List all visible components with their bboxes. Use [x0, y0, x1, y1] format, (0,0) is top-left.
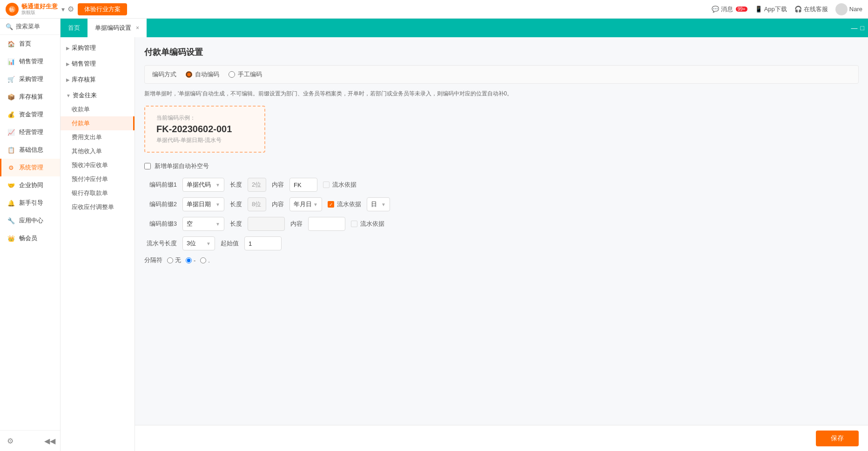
- sidebar-item-newguide[interactable]: 🔔 新手引导: [0, 194, 60, 212]
- manual-encode-label[interactable]: 手工编码: [229, 70, 262, 79]
- preview-label: 当前编码示例：: [156, 114, 253, 122]
- tab-close-icon[interactable]: ×: [136, 25, 139, 31]
- sidebar-item-enterprise[interactable]: 🤝 企业协同: [0, 176, 60, 194]
- arrow-sales: ▶: [66, 61, 70, 67]
- collapse-btn[interactable]: ◀◀: [43, 434, 56, 447]
- start-value-label: 起始值: [221, 239, 239, 248]
- sep-none-radio[interactable]: [167, 257, 173, 263]
- sidebar-item-purchase[interactable]: 🛒 采购管理: [0, 70, 60, 88]
- member-icon: 👑: [7, 234, 15, 242]
- sidebar-item-inventory[interactable]: 📦 库存核算: [0, 88, 60, 106]
- sidebar-item-home[interactable]: 🏠 首页: [0, 35, 60, 53]
- encoding-label: 编码方式: [152, 70, 176, 79]
- online-service-item[interactable]: 🎧 在线客服: [794, 5, 828, 13]
- prefix3-content-label: 内容: [290, 220, 303, 228]
- top-bar-left: 畅 畅通道好生意 旗舰版 ▾ ⚙ 体验行业方案: [6, 3, 127, 16]
- sec-header-sales[interactable]: ▶ 销售管理: [61, 57, 135, 71]
- prefix2-content-select[interactable]: 年月日 ▼: [289, 197, 322, 211]
- promote-button[interactable]: 体验行业方案: [78, 3, 127, 15]
- encoding-method: 编码方式 自动编码 手工编码: [144, 65, 859, 84]
- sec-item-payment[interactable]: 付款单: [61, 116, 135, 130]
- auto-encode-label[interactable]: 自动编码: [186, 70, 219, 79]
- tab-bar-controls: — □: [848, 19, 868, 37]
- sec-item-bank-deposit[interactable]: 银行存取款单: [61, 186, 135, 200]
- prefix2-content-arrow: ▼: [313, 202, 318, 207]
- prefix2-serial-check: 流水依据: [328, 200, 361, 209]
- separator-row: 分隔符 无 - .: [144, 256, 859, 264]
- sec-item-other-income[interactable]: 其他收入单: [61, 144, 135, 158]
- sec-header-purchase[interactable]: ▶ 采购管理: [61, 41, 135, 55]
- logo-text: 畅通道好生意 旗舰版: [21, 3, 58, 16]
- prefix3-length: [248, 217, 285, 231]
- app-download-item[interactable]: 📱 App下载: [755, 5, 787, 13]
- prefix1-select[interactable]: 单据代码 ▼: [182, 178, 224, 192]
- prefix2-unit-arrow: ▼: [381, 202, 386, 207]
- sec-item-advance-receivable[interactable]: 预收冲应收单: [61, 158, 135, 172]
- prefix3-row: 编码前缀3 空 ▼ 长度 内容: [144, 217, 859, 231]
- sec-header-fund[interactable]: ▼ 资金往来: [61, 88, 135, 102]
- sec-item-receipt[interactable]: 收款单: [61, 102, 135, 116]
- prefix2-select[interactable]: 单据日期 ▼: [182, 197, 224, 211]
- prefix3-select[interactable]: 空 ▼: [182, 217, 224, 231]
- serial-length-arrow: ▼: [206, 241, 211, 246]
- sec-group-fund: ▼ 资金往来 收款单 付款单 费用支出单 其他收入单 预收冲应收单 预付冲应付单…: [61, 88, 135, 214]
- search-menu[interactable]: 🔍 搜索菜单: [0, 19, 60, 35]
- sec-item-advance-payable[interactable]: 预付冲应付单: [61, 172, 135, 186]
- appcenter-icon: 🔧: [7, 216, 15, 225]
- sidebar-item-sales[interactable]: 📊 销售管理: [0, 53, 60, 70]
- sep-dot-radio[interactable]: [200, 257, 206, 263]
- prefix2-label: 编码前缀2: [144, 200, 177, 209]
- sec-header-inventory[interactable]: ▶ 库存核算: [61, 73, 135, 87]
- settings-icon[interactable]: ⚙: [67, 5, 74, 13]
- prefix1-label: 编码前缀1: [144, 181, 177, 189]
- settings-bottom-btn[interactable]: ⚙: [4, 434, 17, 447]
- left-sidebar: 🔍 搜索菜单 🏠 首页 📊 销售管理 🛒 采购管理 📦 库存核算 💰 资金管理 …: [0, 19, 61, 451]
- sales-icon: 📊: [7, 57, 15, 66]
- auto-fill-row: 新增单据自动补空号: [144, 162, 859, 170]
- tab-serial-setting[interactable]: 单据编码设置 ×: [87, 19, 147, 37]
- prefix3-arrow: ▼: [215, 222, 220, 227]
- preview-code: FK-20230602-001: [156, 124, 253, 135]
- prefix2-arrow: ▼: [215, 202, 220, 207]
- prefix3-content-value: [308, 217, 345, 231]
- prefix1-serial-checkbox[interactable]: [323, 182, 330, 188]
- message-icon: 💬: [712, 6, 719, 13]
- sidebar-item-system[interactable]: ⚙ 系统管理: [0, 159, 60, 176]
- user-item[interactable]: Nare: [835, 3, 862, 15]
- messages-item[interactable]: 💬 消息 99+: [712, 5, 747, 13]
- sec-item-ap-adjust[interactable]: 应收应付调整单: [61, 200, 135, 214]
- sidebar-item-member[interactable]: 👑 畅会员: [0, 229, 60, 247]
- auto-encode-radio[interactable]: [186, 71, 192, 78]
- dropdown-arrow[interactable]: ▾: [61, 6, 65, 13]
- prefix2-serial-checkbox[interactable]: [328, 201, 334, 208]
- prefix2-length: 8位: [248, 197, 266, 211]
- search-icon: 🔍: [6, 23, 13, 30]
- sep-dash-radio[interactable]: [186, 257, 192, 263]
- sep-none-label[interactable]: 无: [167, 256, 181, 264]
- user-avatar: [835, 3, 848, 15]
- save-button[interactable]: 保存: [816, 431, 859, 446]
- prefix2-content-label: 内容: [272, 200, 284, 209]
- prefix2-serial-unit-select[interactable]: 日 ▼: [367, 197, 390, 211]
- inventory-icon: 📦: [7, 93, 15, 101]
- sidebar-item-finance[interactable]: 💰 资金管理: [0, 106, 60, 123]
- minimize-icon[interactable]: —: [851, 24, 858, 32]
- sidebar-item-basic[interactable]: 📋 基础信息: [0, 141, 60, 159]
- prefix3-serial-checkbox[interactable]: [351, 221, 357, 227]
- maximize-icon[interactable]: □: [861, 24, 864, 32]
- sidebar-item-appcenter[interactable]: 🔧 应用中心: [0, 212, 60, 229]
- svg-text:畅: 畅: [9, 7, 14, 12]
- purchase-icon: 🛒: [7, 75, 15, 83]
- start-value-input[interactable]: 1: [244, 236, 282, 250]
- sidebar-item-operation[interactable]: 📈 经营管理: [0, 123, 60, 141]
- sep-dot-label[interactable]: .: [200, 257, 210, 264]
- preview-box: 当前编码示例： FK-20230602-001 单据代码-单据日期-流水号: [144, 106, 265, 153]
- sec-item-expense[interactable]: 费用支出单: [61, 130, 135, 144]
- prefix3-serial-check: 流水依据: [351, 220, 384, 228]
- serial-length-select[interactable]: 3位 ▼: [182, 236, 215, 250]
- tab-home[interactable]: 首页: [61, 19, 87, 37]
- sidebar-bottom: ⚙ ◀◀: [0, 430, 60, 451]
- auto-fill-checkbox[interactable]: [144, 163, 151, 169]
- manual-encode-radio[interactable]: [229, 71, 235, 78]
- sep-dash-label[interactable]: -: [186, 257, 195, 264]
